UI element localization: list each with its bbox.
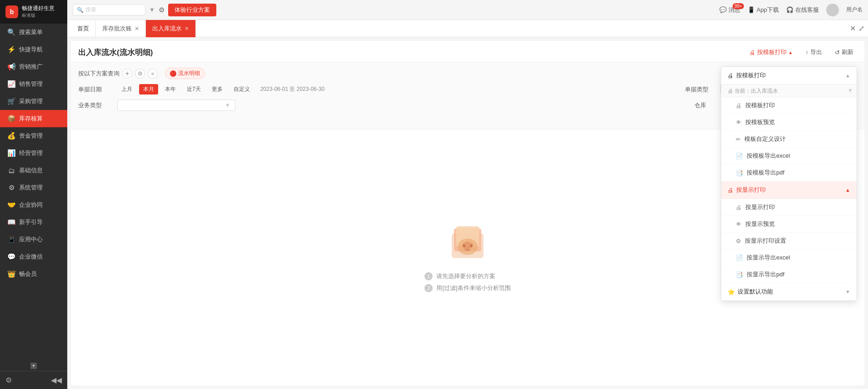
biz-type-label: 业务类型 bbox=[78, 101, 110, 110]
topbar-left: 🔍 搜索 ▼ ⚙ 体验行业方案 bbox=[73, 4, 216, 16]
dropdown-item-display-print[interactable]: 🖨 按显示打印 bbox=[721, 199, 857, 216]
date-btn-current-month[interactable]: 本月 bbox=[139, 84, 158, 95]
dropdown-item-template-preview[interactable]: 👁 按模板预览 bbox=[721, 114, 857, 131]
logo-icon: b bbox=[5, 5, 18, 18]
sidebar-item-marketing[interactable]: 📢 营销推广 bbox=[0, 58, 67, 75]
date-label: 单据日期 bbox=[78, 85, 110, 94]
dropdown-item-display-print-settings[interactable]: ⚙ 按显示打印设置 bbox=[721, 233, 857, 249]
sidebar-nav: 🔍 搜索菜单 ⚡ 快捷导航 📢 营销推广 📈 销售管理 🛒 采购管理 📦 库存核… bbox=[0, 24, 67, 361]
topbar-dropdown-icon[interactable]: ▼ bbox=[149, 6, 155, 13]
dropdown-display-print-header[interactable]: 🖨 按显示打印 ▲ bbox=[721, 181, 857, 199]
display-section-arrow: ▲ bbox=[845, 187, 850, 193]
empty-step-2: 2 用[过滤]条件来缩小分析范围 bbox=[424, 284, 510, 292]
online-service-btn[interactable]: 🎧 在线客服 bbox=[786, 6, 819, 14]
date-btn-more[interactable]: 更多 bbox=[208, 84, 227, 95]
close-inventory-flow-icon[interactable]: ✕ bbox=[185, 25, 189, 32]
tab-inventory-flow[interactable]: 出入库流水 ✕ bbox=[146, 20, 196, 37]
page-header: 出入库流水(流水明细) 🖨 按模板打印 ▲ ↑ 导出 ↺ 刷新 bbox=[71, 41, 864, 62]
template-custom-icon: ✏ bbox=[736, 136, 741, 143]
date-range: 2023-06-01 至 2023-06-30 bbox=[260, 85, 324, 93]
template-print-icon: 🖨 bbox=[736, 102, 742, 109]
set-default-icon: ⭐ bbox=[728, 289, 735, 295]
active-filter-tag[interactable]: ⭕ 流水明细 bbox=[165, 68, 205, 79]
user-avatar[interactable] bbox=[826, 4, 839, 16]
template-pdf-icon: 📑 bbox=[736, 170, 743, 176]
date-btn-current-year[interactable]: 本年 bbox=[161, 84, 180, 95]
message-btn[interactable]: 💬 消息 99+ bbox=[719, 6, 740, 14]
topbar-search-box[interactable]: 🔍 搜索 bbox=[73, 4, 145, 15]
filter-condition-label: 按以下方案查询 bbox=[78, 70, 120, 78]
maximize-icon[interactable]: ⤢ bbox=[858, 24, 864, 33]
dropdown-item-template-export-pdf[interactable]: 📑 按模板导出pdf bbox=[721, 165, 857, 181]
main-wrapper: 🔍 搜索 ▼ ⚙ 体验行业方案 💬 消息 99+ 📱 App下载 🎧 在线客服 … bbox=[67, 0, 868, 389]
close-inventory-batch-icon[interactable]: ✕ bbox=[135, 25, 139, 32]
sidebar-item-quick-nav[interactable]: ⚡ 快捷导航 bbox=[0, 41, 67, 58]
sidebar-item-basic[interactable]: 🗂 基础信息 bbox=[0, 162, 67, 179]
filter-collapse-btn[interactable]: « bbox=[148, 69, 158, 79]
add-filter-btn[interactable]: + bbox=[122, 69, 132, 79]
dropdown-item-template-print[interactable]: 🖨 按模板打印 bbox=[721, 97, 857, 114]
topbar-gear-icon[interactable]: ⚙ bbox=[159, 6, 165, 14]
sidebar-item-purchase[interactable]: 🛒 采购管理 bbox=[0, 93, 67, 110]
page-header-actions: 🖨 按模板打印 ▲ ↑ 导出 ↺ 刷新 bbox=[746, 46, 857, 58]
date-btn-custom[interactable]: 自定义 bbox=[229, 84, 254, 95]
template-excel-icon: 📄 bbox=[736, 153, 743, 160]
quick-nav-icon: ⚡ bbox=[7, 45, 15, 54]
app-download-btn[interactable]: 📱 App下载 bbox=[748, 6, 779, 14]
dropdown-item-display-export-pdf[interactable]: 📑 按显示导出pdf bbox=[721, 266, 857, 283]
dropdown-item-template-export-excel[interactable]: 📄 按模板导出excel bbox=[721, 148, 857, 165]
sidebar-item-system[interactable]: ⚙ 系统管理 bbox=[0, 179, 67, 196]
template-preview-icon: 👁 bbox=[736, 119, 742, 126]
sidebar-item-wechat[interactable]: 💬 企业微信 bbox=[0, 248, 67, 265]
wechat-icon: 💬 bbox=[7, 253, 15, 261]
headset-icon: 🎧 bbox=[786, 6, 793, 13]
dropdown-item-display-export-excel[interactable]: 📄 按显示导出excel bbox=[721, 249, 857, 266]
date-btn-last-7-days[interactable]: 近7天 bbox=[183, 84, 205, 95]
close-all-tabs-icon[interactable]: ✕ bbox=[850, 24, 856, 33]
dropdown-template-print-header[interactable]: 🖨 按模板打印 ▲ bbox=[721, 67, 857, 85]
sidebar-item-guide[interactable]: 📖 新手引导 bbox=[0, 214, 67, 231]
empty-illustration bbox=[440, 219, 495, 265]
sidebar-item-sales[interactable]: 📈 销售管理 bbox=[0, 75, 67, 93]
filter-controls: 按以下方案查询 + ⚙ « bbox=[78, 69, 158, 79]
sidebar-item-enterprise[interactable]: 🤝 企业协同 bbox=[0, 196, 67, 214]
tabbar: 首页 库存批次账 ✕ 出入库流水 ✕ ✕ ⤢ bbox=[67, 20, 868, 37]
dropdown-item-display-preview[interactable]: 👁 按显示预览 bbox=[721, 216, 857, 233]
export-btn[interactable]: ↑ 导出 bbox=[802, 46, 826, 58]
date-shortcuts: 上月 本月 本年 近7天 更多 自定义 2023-06-01 至 2023-06… bbox=[117, 84, 324, 95]
export-icon: ↑ bbox=[806, 49, 809, 56]
marketing-icon: 📢 bbox=[7, 63, 15, 71]
settings-gear-icon[interactable]: ⚙ bbox=[5, 376, 12, 384]
filter-settings-btn[interactable]: ⚙ bbox=[135, 69, 145, 79]
sidebar-item-finance[interactable]: 💰 资金管理 bbox=[0, 127, 67, 145]
trial-btn[interactable]: 体验行业方案 bbox=[168, 4, 216, 16]
print-template-btn[interactable]: 🖨 按模板打印 ▲ bbox=[746, 46, 797, 58]
finance-icon: 💰 bbox=[7, 132, 15, 140]
dropdown-item-template-custom[interactable]: ✏ 模板自定义设计 bbox=[721, 131, 857, 148]
member-icon: 👑 bbox=[7, 270, 15, 278]
sidebar-item-app-center[interactable]: 📱 应用中心 bbox=[0, 231, 67, 248]
sidebar-item-inventory[interactable]: 📦 库存核算 bbox=[0, 110, 67, 127]
user-name: 用户名 bbox=[846, 6, 863, 14]
collapse-icon[interactable]: ◀◀ bbox=[51, 376, 62, 384]
scroll-down-arrow[interactable]: ▼ bbox=[30, 363, 37, 369]
app-center-icon: 📱 bbox=[7, 235, 15, 244]
svg-point-4 bbox=[463, 244, 465, 247]
refresh-btn[interactable]: ↺ 刷新 bbox=[831, 46, 857, 58]
display-pdf-icon: 📑 bbox=[736, 271, 743, 278]
date-btn-last-month[interactable]: 上月 bbox=[117, 84, 136, 95]
dropdown-set-default-header[interactable]: ⭐ 设置默认功能 ▼ bbox=[721, 283, 857, 301]
logo-text: 畅捷通好生意 标准版 bbox=[22, 5, 55, 19]
enterprise-icon: 🤝 bbox=[7, 201, 15, 209]
sidebar-item-member[interactable]: 👑 畅会员 bbox=[0, 265, 67, 283]
set-default-arrow: ▼ bbox=[845, 289, 850, 294]
sidebar-item-operation[interactable]: 📊 经营管理 bbox=[0, 145, 67, 162]
tab-home[interactable]: 首页 bbox=[71, 20, 96, 37]
biz-type-select[interactable]: ▼ bbox=[117, 100, 235, 111]
tab-inventory-batch[interactable]: 库存批次账 ✕ bbox=[96, 20, 146, 37]
topbar: 🔍 搜索 ▼ ⚙ 体验行业方案 💬 消息 99+ 📱 App下载 🎧 在线客服 … bbox=[67, 0, 868, 20]
page-content: 出入库流水(流水明细) 🖨 按模板打印 ▲ ↑ 导出 ↺ 刷新 bbox=[71, 41, 864, 385]
sidebar-item-search[interactable]: 🔍 搜索菜单 bbox=[0, 24, 67, 41]
printer-icon: 🖨 bbox=[749, 49, 755, 56]
topbar-search-icon: 🔍 bbox=[77, 7, 84, 13]
